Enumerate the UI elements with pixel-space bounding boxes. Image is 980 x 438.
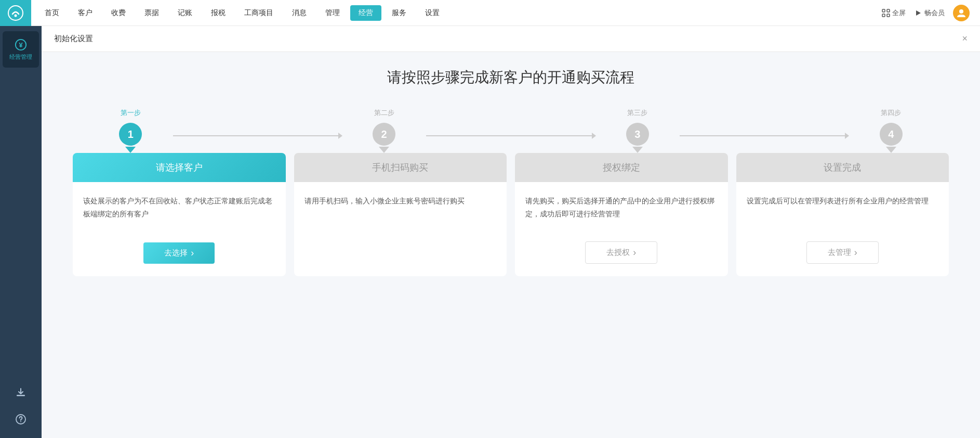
svg-rect-5 — [887, 14, 890, 17]
nav-service[interactable]: 服务 — [383, 5, 415, 21]
main-layout: ¥ 经营管理 初始化设置 × — [0, 26, 980, 438]
card-3-footer: 去授权 › — [515, 233, 728, 276]
top-navigation: 首页 客户 收费 票据 记账 报税 工商项目 消息 管理 经营 服务 设置 全屏… — [0, 0, 980, 26]
nav-tax[interactable]: 报税 — [203, 5, 234, 21]
main-content: 初始化设置 × 请按照步骤完成新客户的开通购买流程 第一步 1 — [42, 26, 980, 438]
svg-rect-10 — [17, 395, 25, 396]
svg-rect-4 — [882, 14, 885, 17]
sidebar-item-label: 经营管理 — [9, 53, 32, 61]
step-1-header: 第一步 1 — [88, 108, 173, 153]
card-2-header: 手机扫码购买 — [294, 153, 507, 182]
avatar[interactable] — [953, 5, 970, 21]
step-1-pointer — [125, 147, 136, 153]
connector-arrow-3 — [845, 133, 849, 139]
step-card-4: 设置完成 设置完成后可以在管理列表进行所有企业用户的经营管理 去管理 › — [736, 153, 949, 276]
go-select-button[interactable]: 去选择 › — [143, 242, 215, 264]
nav-accounting[interactable]: 记账 — [169, 5, 201, 21]
step-1-circle: 1 — [119, 123, 142, 146]
page-title: 初始化设置 — [54, 34, 93, 44]
fullscreen-button[interactable]: 全屏 — [882, 8, 906, 18]
vip-button[interactable]: 畅会员 — [914, 8, 945, 18]
vip-label: 畅会员 — [924, 8, 945, 18]
card-3-body: 请先购买，购买后选择开通的产品中的企业用户进行授权绑定，成功后即可进行经营管理 — [515, 182, 728, 233]
sidebar-item-operation[interactable]: ¥ 经营管理 — [3, 31, 39, 68]
nav-settings[interactable]: 设置 — [417, 5, 448, 21]
nav-business[interactable]: 工商项目 — [236, 5, 282, 21]
app-logo — [0, 0, 31, 26]
svg-point-1 — [15, 14, 17, 17]
play-icon — [914, 9, 922, 17]
card-1-header: 请选择客户 — [73, 153, 286, 182]
yuan-icon: ¥ — [15, 38, 27, 51]
card-1-body: 该处展示的客户为不在回收站、客户状态正常建账后完成老板端绑定的所有客户 — [73, 182, 286, 234]
step-card-1: 请选择客户 该处展示的客户为不在回收站、客户状态正常建账后完成老板端绑定的所有客… — [73, 153, 286, 276]
sidebar-bottom — [10, 382, 31, 438]
main-heading: 请按照步骤完成新客户的开通购买流程 — [62, 68, 959, 87]
card-2-title: 手机扫码购买 — [372, 162, 428, 173]
nav-home[interactable]: 首页 — [36, 5, 68, 21]
connector-arrow-1 — [338, 133, 342, 139]
step-4-circle: 4 — [880, 123, 903, 146]
nav-customer[interactable]: 客户 — [70, 5, 101, 21]
svg-point-7 — [959, 9, 963, 14]
card-4-header: 设置完成 — [736, 153, 949, 182]
go-manage-button[interactable]: 去管理 › — [806, 241, 879, 264]
page-header: 初始化设置 × — [42, 26, 980, 52]
card-4-text: 设置完成后可以在管理列表进行所有企业用户的经营管理 — [747, 197, 929, 205]
card-2-body: 请用手机扫码，输入小微企业主账号密码进行购买 — [294, 182, 507, 255]
step-4-pointer — [886, 147, 896, 153]
step-3-label: 第三步 — [627, 108, 647, 118]
download-button[interactable] — [10, 382, 31, 403]
svg-text:¥: ¥ — [19, 41, 23, 48]
download-icon — [15, 387, 27, 398]
support-button[interactable] — [10, 409, 31, 430]
card-3-header: 授权绑定 — [515, 153, 728, 182]
card-3-title: 授权绑定 — [603, 162, 640, 173]
step-card-3: 授权绑定 请先购买，购买后选择开通的产品中的企业用户进行授权绑定，成功后即可进行… — [515, 153, 728, 276]
go-auth-button[interactable]: 去授权 › — [585, 241, 657, 264]
go-manage-arrow: › — [854, 247, 857, 258]
step-4-header: 第四步 4 — [849, 108, 933, 153]
nav-menu: 首页 客户 收费 票据 记账 报税 工商项目 消息 管理 经营 服务 设置 — [36, 5, 882, 21]
card-2-text: 请用手机扫码，输入小微企业主账号密码进行购买 — [304, 197, 465, 205]
fullscreen-icon — [882, 9, 890, 17]
go-select-label: 去选择 — [164, 248, 188, 258]
nav-invoice[interactable]: 票据 — [136, 5, 167, 21]
fullscreen-label: 全屏 — [892, 8, 906, 18]
content-area: 请按照步骤完成新客户的开通购买流程 第一步 1 — [42, 52, 980, 292]
nav-message[interactable]: 消息 — [284, 5, 315, 21]
sidebar: ¥ 经营管理 — [0, 26, 42, 438]
connector-arrow-2 — [592, 133, 596, 139]
step-1-label: 第一步 — [121, 108, 141, 118]
step-2-pointer — [379, 147, 389, 153]
go-auth-label: 去授权 — [606, 248, 630, 257]
svg-marker-6 — [916, 10, 921, 16]
svg-rect-2 — [882, 9, 885, 12]
go-auth-arrow: › — [633, 247, 636, 258]
step-3-pointer — [632, 147, 643, 153]
card-1-text: 该处展示的客户为不在回收站、客户状态正常建账后完成老板端绑定的所有客户 — [83, 197, 272, 218]
card-4-body: 设置完成后可以在管理列表进行所有企业用户的经营管理 — [736, 182, 949, 233]
step-4-label: 第四步 — [881, 108, 901, 118]
step-3-header: 第三步 3 — [595, 108, 680, 153]
connector-1-2 — [173, 135, 342, 136]
nav-billing[interactable]: 收费 — [103, 5, 134, 21]
connector-3-4 — [680, 135, 849, 136]
connector-2-3 — [426, 135, 595, 136]
close-button[interactable]: × — [962, 33, 968, 44]
svg-rect-3 — [887, 9, 890, 12]
card-1-footer: 去选择 › — [73, 234, 286, 276]
nav-right-area: 全屏 畅会员 — [882, 5, 970, 21]
step-2-label: 第二步 — [374, 108, 394, 118]
cards-row: 请选择客户 该处展示的客户为不在回收站、客户状态正常建账后完成老板端绑定的所有客… — [62, 153, 959, 276]
card-3-text: 请先购买，购买后选择开通的产品中的企业用户进行授权绑定，成功后即可进行经营管理 — [525, 197, 714, 218]
nav-operation[interactable]: 经营 — [350, 5, 381, 21]
step-2-circle: 2 — [373, 123, 395, 146]
support-icon — [15, 414, 27, 425]
steps-header: 第一步 1 第二步 2 — [62, 108, 959, 153]
nav-manage[interactable]: 管理 — [317, 5, 348, 21]
step-2-header: 第二步 2 — [342, 108, 427, 153]
svg-point-12 — [20, 421, 21, 422]
step-3-circle: 3 — [626, 123, 649, 146]
go-manage-label: 去管理 — [828, 248, 851, 257]
